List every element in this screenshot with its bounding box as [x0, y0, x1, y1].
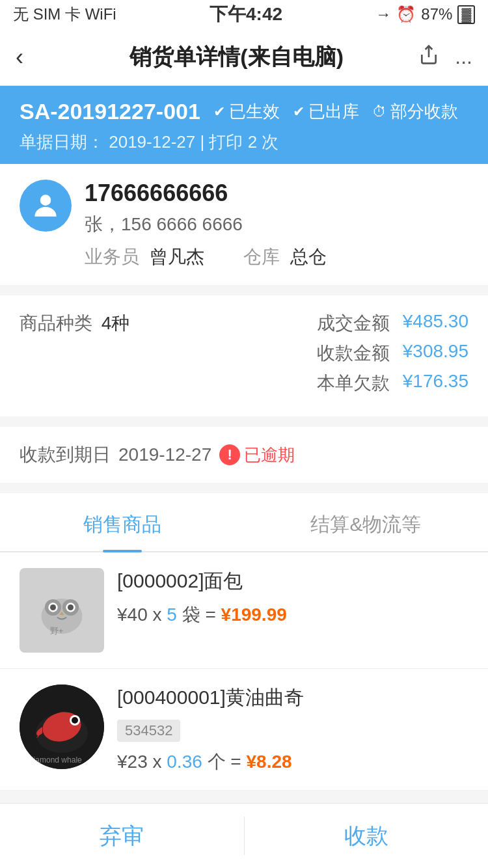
header-banner: SA-20191227-001 ✔ 已生效 ✔ 已出库 ⏱ 部分收款 单据日期：… [0, 86, 488, 164]
due-label: 收款到期日 [20, 442, 111, 467]
nav-actions: ... [418, 44, 472, 70]
person-icon [29, 189, 62, 222]
product-price-1: ¥40 x 5 袋 = ¥199.99 [117, 603, 468, 627]
receive-label: 收款金额 [317, 341, 390, 366]
confirm-button[interactable]: 收款 [245, 804, 489, 868]
status-right: → ⏰ 87% ▓ [375, 5, 475, 24]
stats-right: 成交金额 ¥485.30 收款金额 ¥308.95 本单欠款 ¥176.35 [244, 311, 468, 401]
svg-point-8 [68, 604, 74, 610]
stats-section: 商品种类 4种 成交金额 ¥485.30 收款金额 ¥308.95 本单欠款 ¥… [0, 295, 488, 416]
overdue-text: 已逾期 [244, 444, 295, 467]
eq-sign-1: = [205, 604, 221, 625]
product-item-1: 野+ [0000002]面包 ¥40 x 5 袋 = ¥199.99 [0, 552, 488, 669]
customer-id: 17666666666 [85, 180, 468, 207]
customer-name-phone: 张，156 6666 6666 [85, 212, 468, 237]
status-time: 下午4:42 [210, 2, 282, 27]
unit-2: 个 [208, 752, 226, 772]
receive-amount: ¥308.95 [403, 341, 468, 366]
nav-bar: ‹ 销货单详情(来自电脑) ... [0, 29, 488, 86]
avatar [20, 180, 72, 232]
badge-shipped: ✔ 已出库 [293, 100, 359, 123]
order-date: 2019-12-27 [109, 132, 195, 152]
due-date: 2019-12-27 [118, 444, 211, 465]
tab-settlement[interactable]: 结算&物流等 [244, 493, 488, 551]
eq-sign-2: = [230, 752, 246, 772]
qty-2: 0.36 [167, 752, 202, 772]
qty-1: 5 [167, 604, 177, 625]
price-2: ¥23 [117, 752, 148, 772]
salesman-row: 业务员 曾凡杰 [85, 245, 204, 269]
tabs-section: 销售商品 结算&物流等 野+ [0, 493, 488, 791]
product-type-count: 4种 [102, 313, 130, 333]
warehouse-label: 仓库 [243, 247, 280, 267]
svg-text:diamond whale: diamond whale [29, 755, 82, 765]
total-2: ¥8.28 [246, 752, 291, 772]
due-section: 收款到期日 2019-12-27 ! 已逾期 [0, 427, 488, 483]
battery-text: 87% [421, 5, 452, 23]
back-button[interactable]: ‹ [16, 44, 55, 71]
salesman-label: 业务员 [85, 247, 139, 267]
unit-1: 袋 [182, 604, 200, 625]
debt-amount: ¥176.35 [403, 371, 468, 396]
product-info-2: [000400001]黄油曲奇 534532 ¥23 x 0.36 个 = ¥8… [117, 685, 468, 774]
deal-amount-row: 成交金额 ¥485.30 [244, 311, 468, 336]
order-id: SA-20191227-001 [20, 99, 200, 124]
print-info: | 打印 2 次 [200, 132, 278, 152]
customer-section: 17666666666 张，156 6666 6666 业务员 曾凡杰 仓库 总… [0, 164, 488, 285]
overdue-badge: ! 已逾期 [219, 444, 295, 467]
warehouse-row: 仓库 总仓 [243, 245, 327, 269]
svg-point-15 [72, 717, 78, 724]
product-thumb-1: 野+ [20, 568, 104, 653]
svg-point-7 [50, 604, 56, 610]
check-icon-2: ✔ [293, 103, 305, 120]
no-sim-text: 无 SIM 卡 WiFi [13, 4, 116, 25]
badge-effective: ✔ 已生效 [213, 100, 280, 123]
deal-amount: ¥485.30 [403, 311, 468, 336]
svg-point-1 [40, 195, 51, 206]
warehouse-value: 总仓 [290, 247, 327, 267]
deal-label: 成交金额 [317, 311, 390, 336]
location-icon: → [375, 5, 391, 23]
cancel-button[interactable]: 弃审 [0, 804, 244, 868]
ninja-icon: diamond whale [20, 685, 104, 769]
status-left: 无 SIM 卡 WiFi [13, 4, 116, 25]
debt-amount-row: 本单欠款 ¥176.35 [244, 371, 468, 396]
battery-icon: ▓ [457, 5, 475, 24]
page-title: 销货单详情(来自电脑) [55, 42, 418, 72]
product-thumb-2: diamond whale [20, 685, 104, 769]
date-label: 单据日期： [20, 132, 104, 152]
badge-partial-payment: ⏱ 部分收款 [372, 100, 458, 123]
clock-icon: ⏱ [372, 103, 386, 120]
bottom-bar: 弃审 收款 [0, 803, 488, 868]
status-bar: 无 SIM 卡 WiFi 下午4:42 → ⏰ 87% ▓ [0, 0, 488, 29]
product-name-2: [000400001]黄油曲奇 [117, 685, 468, 711]
multiply-sign-1: x [153, 604, 167, 625]
tabs-row: 销售商品 结算&物流等 [0, 493, 488, 552]
check-icon-1: ✔ [213, 103, 225, 120]
receive-amount-row: 收款金额 ¥308.95 [244, 341, 468, 366]
total-1: ¥199.99 [221, 604, 287, 625]
product-tag-2: 534532 [117, 720, 180, 742]
product-name-1: [0000002]面包 [117, 568, 468, 595]
alarm-icon: ⏰ [396, 5, 416, 23]
more-button[interactable]: ... [455, 45, 472, 69]
salesman-value: 曾凡杰 [150, 247, 204, 267]
customer-meta: 业务员 曾凡杰 仓库 总仓 [85, 245, 468, 269]
customer-info: 17666666666 张，156 6666 6666 业务员 曾凡杰 仓库 总… [85, 180, 468, 269]
debt-label: 本单欠款 [317, 371, 390, 396]
share-button[interactable] [418, 44, 439, 70]
tab-sales[interactable]: 销售商品 [0, 493, 244, 551]
header-date-row: 单据日期： 2019-12-27 | 打印 2 次 [20, 131, 468, 154]
svg-text:野+: 野+ [50, 627, 63, 636]
products-section: 野+ [0000002]面包 ¥40 x 5 袋 = ¥199.99 [0, 552, 488, 791]
product-type-label: 商品种类 [20, 313, 92, 333]
product-info-1: [0000002]面包 ¥40 x 5 袋 = ¥199.99 [117, 568, 468, 653]
multiply-sign-2: x [153, 752, 167, 772]
price-1: ¥40 [117, 604, 148, 625]
overdue-icon: ! [219, 444, 240, 465]
owl-icon: 野+ [33, 581, 91, 640]
product-item-2: diamond whale [000400001]黄油曲奇 534532 ¥23… [0, 669, 488, 791]
product-price-2: ¥23 x 0.36 个 = ¥8.28 [117, 750, 468, 774]
product-type-row: 商品种类 4种 [20, 311, 244, 336]
stats-left: 商品种类 4种 [20, 311, 244, 340]
